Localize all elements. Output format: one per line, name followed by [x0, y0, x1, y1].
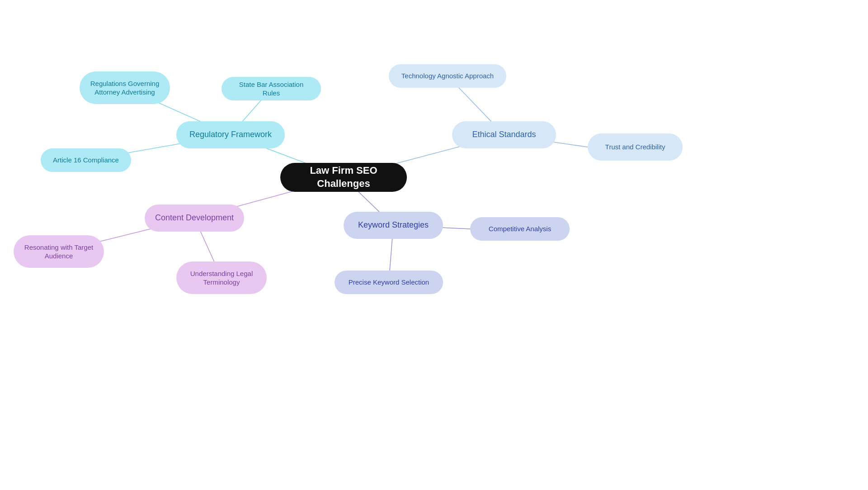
center-node: Law Firm SEO Challenges — [280, 163, 407, 192]
node-content-development: Content Development — [145, 205, 244, 232]
node-ethical-standards: Ethical Standards — [452, 121, 556, 148]
node-regulations-governing: Regulations Governing Attorney Advertisi… — [80, 71, 170, 104]
node-technology-agnostic: Technology Agnostic Approach — [389, 64, 506, 88]
node-competitive-analysis: Competitive Analysis — [470, 217, 570, 241]
node-precise-keyword: Precise Keyword Selection — [335, 271, 443, 294]
node-keyword-strategies: Keyword Strategies — [344, 212, 443, 239]
node-trust-credibility: Trust and Credibility — [588, 133, 683, 161]
node-article16: Article 16 Compliance — [41, 148, 131, 172]
node-understanding-legal: Understanding Legal Terminology — [176, 262, 267, 294]
node-state-bar: State Bar Association Rules — [222, 77, 321, 100]
node-regulatory-framework: Regulatory Framework — [176, 121, 285, 148]
node-resonating: Resonating with Target Audience — [14, 235, 104, 268]
